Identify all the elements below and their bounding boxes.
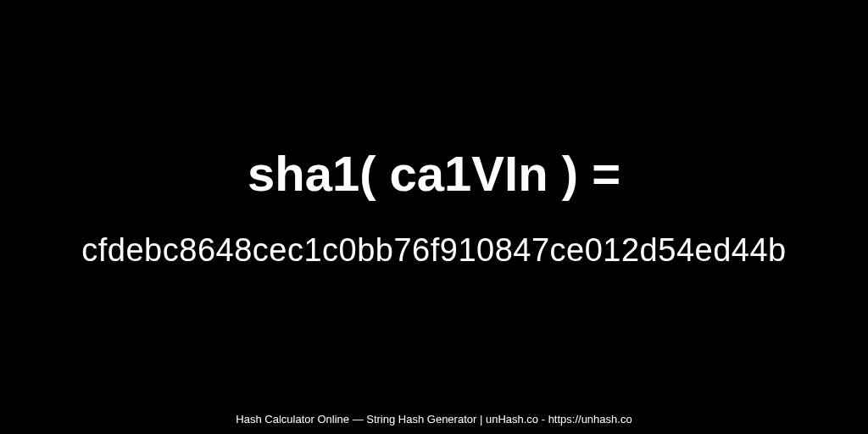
hash-display: sha1( ca1VIn ) = cfdebc8648cec1c0bb76f91… bbox=[0, 0, 868, 413]
hash-expression: sha1( ca1VIn ) = bbox=[248, 145, 620, 202]
hash-value: cfdebc8648cec1c0bb76f910847ce012d54ed44b bbox=[81, 232, 786, 269]
footer-text: Hash Calculator Online — String Hash Gen… bbox=[0, 413, 868, 434]
